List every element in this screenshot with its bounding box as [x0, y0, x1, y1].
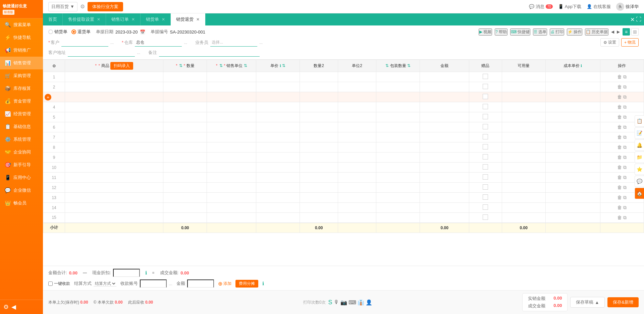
qty-cell[interactable]: [163, 92, 207, 102]
avail-cell[interactable]: [502, 92, 545, 102]
sidebar-collapse-btn[interactable]: ◀: [11, 303, 16, 311]
copy-row-button[interactable]: ⧉: [623, 134, 627, 140]
amount-cell[interactable]: [420, 203, 469, 213]
gift-checkbox[interactable]: [483, 124, 488, 129]
tab-sales-order-close[interactable]: ✕: [131, 17, 135, 22]
unit-cell[interactable]: [207, 213, 256, 223]
copy-row-button[interactable]: ⧉: [623, 215, 627, 221]
avail-cell[interactable]: [502, 122, 545, 132]
sidebar-item-basic[interactable]: 📋 基础信息: [0, 120, 43, 133]
price-cell[interactable]: [256, 72, 300, 82]
sidebar-item-purchase[interactable]: 🛒 采购管理: [0, 69, 43, 82]
tab-sales-delivery-close[interactable]: ✕: [162, 17, 165, 22]
right-btn-5[interactable]: ⭐: [635, 164, 644, 175]
calendar-icon[interactable]: 📅: [140, 29, 145, 35]
account-input[interactable]: [140, 279, 167, 288]
unit-cell[interactable]: [207, 122, 256, 132]
price-cell[interactable]: [256, 102, 300, 112]
product-cell[interactable]: [65, 112, 163, 122]
price-cell[interactable]: [256, 163, 300, 173]
tab-price-setting-close[interactable]: ✕: [97, 17, 100, 22]
operations-button[interactable]: ⚡ 操作: [567, 28, 582, 36]
amount-cell[interactable]: [420, 142, 469, 152]
avail-cell[interactable]: [502, 163, 545, 173]
table-view-button[interactable]: ≡: [623, 28, 630, 36]
delete-row-button[interactable]: 🗑: [617, 114, 622, 120]
copy-row-button[interactable]: ⧉: [623, 114, 627, 120]
pack-cell[interactable]: [376, 203, 420, 213]
data-table-wrapper[interactable]: ⚙ * 商品 扫码录入 ⇅ * 数量: [43, 60, 644, 266]
price-cell[interactable]: [256, 132, 300, 142]
price-cell[interactable]: [256, 142, 300, 152]
sidebar-item-inventory[interactable]: 📦 库存核算: [0, 82, 43, 95]
salesperson-picker-button[interactable]: ...: [259, 40, 263, 45]
gift-cell[interactable]: [469, 92, 502, 102]
sort-icon-pack[interactable]: ⇅: [385, 63, 389, 68]
keyboard-icon2[interactable]: ⌨: [348, 299, 356, 306]
add-row-button[interactable]: +: [45, 94, 51, 101]
delete-row-button[interactable]: 🗑: [617, 74, 622, 80]
copy-row-button[interactable]: ⧉: [623, 185, 627, 190]
unit2-cell[interactable]: [338, 203, 376, 213]
gift-cell[interactable]: [469, 82, 502, 92]
price-cell[interactable]: [256, 183, 300, 193]
product-cell[interactable]: [65, 82, 163, 92]
cost-cell[interactable]: [545, 122, 600, 132]
unit2-cell[interactable]: [338, 193, 376, 203]
qty-cell[interactable]: [163, 203, 207, 213]
person-icon[interactable]: 👤: [366, 299, 372, 306]
unit2-cell[interactable]: [338, 102, 376, 112]
shortcuts-button[interactable]: ⌨ 快捷键: [510, 28, 530, 36]
sort-icon-unit[interactable]: ⇅: [219, 63, 223, 68]
avail-cell[interactable]: [502, 72, 545, 82]
product-cell[interactable]: [65, 72, 163, 82]
delete-row-button[interactable]: 🗑: [617, 215, 622, 221]
product-cell[interactable]: [65, 173, 163, 183]
gift-cell[interactable]: [469, 72, 502, 82]
cost-cell[interactable]: [545, 72, 600, 82]
delete-row-button[interactable]: 🗑: [617, 104, 622, 110]
right-btn-1[interactable]: 📋: [635, 115, 644, 127]
qty-cell[interactable]: [163, 193, 207, 203]
qty-cell[interactable]: [163, 102, 207, 112]
right-btn-7[interactable]: 🏠: [635, 188, 644, 199]
gift-checkbox[interactable]: [483, 194, 488, 200]
column-settings-icon[interactable]: ⚙: [52, 64, 56, 68]
cost-cell[interactable]: [545, 132, 600, 142]
gift-checkbox[interactable]: [483, 74, 488, 79]
account-picker-button[interactable]: ...: [169, 281, 172, 286]
gift-cell[interactable]: [469, 112, 502, 122]
qty2-cell[interactable]: [300, 92, 338, 102]
remarks-input[interactable]: [159, 49, 260, 57]
avail-cell[interactable]: [502, 132, 545, 142]
unit2-cell[interactable]: [338, 142, 376, 152]
sidebar-item-member[interactable]: 👑 畅会员: [0, 197, 43, 209]
gift-cell[interactable]: [469, 163, 502, 173]
price-cell[interactable]: [256, 122, 300, 132]
sort-icon-pack2[interactable]: ⇅: [407, 63, 411, 68]
gift-checkbox[interactable]: [483, 164, 488, 170]
price-cell[interactable]: [256, 173, 300, 183]
product-cell[interactable]: [65, 203, 163, 213]
unit2-cell[interactable]: [338, 122, 376, 132]
cost-cell[interactable]: [545, 82, 600, 92]
sidebar-item-shortcuts[interactable]: ⚡ 快捷导航: [0, 31, 43, 44]
gift-checkbox[interactable]: [483, 214, 488, 220]
avail-cell[interactable]: [502, 102, 545, 112]
unit-cell[interactable]: [207, 102, 256, 112]
copy-row-button[interactable]: ⧉: [623, 104, 627, 110]
qty-cell[interactable]: [163, 173, 207, 183]
tab-sales-return[interactable]: 销货退货 ✕: [171, 13, 205, 25]
copy-row-button[interactable]: ⧉: [623, 154, 627, 160]
qty2-cell[interactable]: [300, 203, 338, 213]
unit-cell[interactable]: [207, 193, 256, 203]
customer-picker-button[interactable]: ...: [110, 40, 114, 45]
gift-checkbox[interactable]: [483, 184, 488, 190]
tab-sales-delivery[interactable]: 销货单 ✕: [141, 13, 171, 25]
product-cell[interactable]: [65, 132, 163, 142]
sort-icon-qty[interactable]: ⇅: [179, 63, 182, 68]
amount-cell[interactable]: [420, 183, 469, 193]
price-cell[interactable]: [256, 112, 300, 122]
cost-cell[interactable]: [545, 112, 600, 122]
avail-cell[interactable]: [502, 173, 545, 183]
